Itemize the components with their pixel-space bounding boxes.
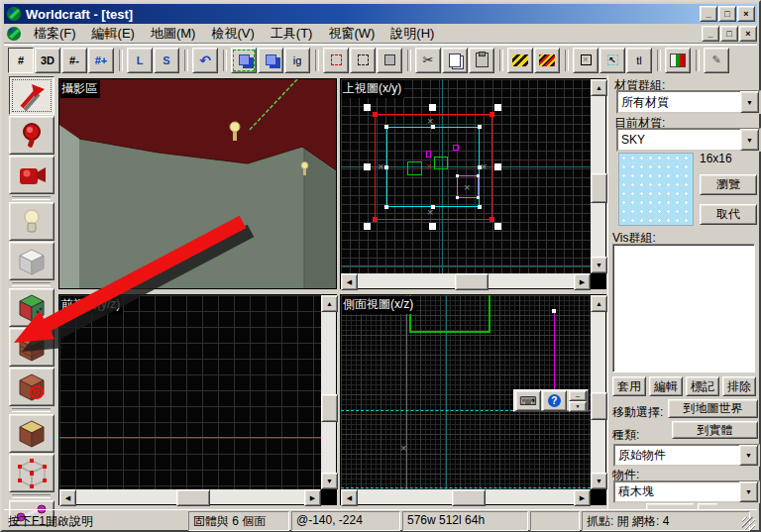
menu-window[interactable]: 視窗(W) xyxy=(320,23,382,45)
viewport-side[interactable]: × ⌨ ? – ▼ ▲ ▼ ◀ ▶ 側面視圖(x/z) xyxy=(340,294,606,505)
group-icon[interactable] xyxy=(231,48,257,73)
category-combo[interactable]: 原始物件 ▼ xyxy=(613,444,760,467)
edit-wand-icon[interactable]: ✎ xyxy=(704,48,729,73)
visgroups-listbox[interactable] xyxy=(612,244,755,372)
scroll-thumb[interactable] xyxy=(455,273,489,290)
undo-icon[interactable]: ↶ xyxy=(192,48,218,73)
current-texture-combo[interactable]: SKY ▼ xyxy=(616,128,761,152)
paste-icon[interactable] xyxy=(469,48,494,73)
cut-icon[interactable]: ✂ xyxy=(415,48,441,73)
resize-handle[interactable] xyxy=(364,163,371,170)
tool-entity-button[interactable] xyxy=(9,202,54,241)
select-handles-icon[interactable]: × xyxy=(573,48,598,73)
browse-button[interactable]: 瀏覽 xyxy=(700,174,757,195)
scroll-thumb[interactable] xyxy=(452,489,486,506)
to-entity-button[interactable]: 到實體 xyxy=(672,421,758,439)
scroll-thumb[interactable] xyxy=(321,394,338,422)
top-view-canvas[interactable]: × × × × × × xyxy=(341,79,591,273)
scroll-down-icon[interactable]: ▼ xyxy=(591,473,607,489)
smaller-grid-icon[interactable]: #- xyxy=(61,48,87,73)
menu-map[interactable]: 地圖(M) xyxy=(143,23,204,45)
chevron-down-icon[interactable]: ▼ xyxy=(739,481,758,502)
resize-handle[interactable] xyxy=(494,223,501,230)
mdi-document-icon[interactable] xyxy=(6,26,22,42)
toggle-3d-grid-icon[interactable]: 3D xyxy=(35,48,60,73)
chevron-down-icon[interactable]: ▼ xyxy=(740,129,759,151)
menu-view[interactable]: 檢視(V) xyxy=(203,23,262,45)
scroll-left-icon[interactable]: ◀ xyxy=(341,489,358,506)
resize-handle[interactable] xyxy=(429,223,436,230)
object-combo[interactable]: 積木塊 ▼ xyxy=(613,480,760,503)
flip-cube-icon[interactable] xyxy=(665,48,691,73)
minimize-button[interactable]: _ xyxy=(700,6,717,22)
mdi-close-button[interactable]: × xyxy=(739,26,757,42)
menu-help[interactable]: 說明(H) xyxy=(382,23,442,45)
menu-edit[interactable]: 編輯(E) xyxy=(84,23,143,45)
resize-grip[interactable] xyxy=(742,517,755,530)
front-view-canvas[interactable] xyxy=(59,295,321,489)
scroll-up-icon[interactable]: ▲ xyxy=(591,295,607,312)
top-view-vscrollbar[interactable]: ▲ ▼ xyxy=(591,79,605,273)
toggle-grid-icon[interactable]: # xyxy=(8,48,34,73)
resize-handle[interactable] xyxy=(494,163,501,170)
scroll-up-icon[interactable]: ▲ xyxy=(321,295,338,312)
tool-magnify-button[interactable] xyxy=(9,116,54,155)
resize-handle[interactable] xyxy=(364,223,371,230)
edit-cordon-icon[interactable] xyxy=(507,48,533,73)
viewport-camera[interactable]: 攝影區 xyxy=(58,78,337,289)
texture-group-combo[interactable]: 所有材質 ▼ xyxy=(616,90,761,114)
scroll-thumb[interactable] xyxy=(591,173,607,203)
ungroup-icon[interactable] xyxy=(258,48,283,73)
exclude-button[interactable]: 排除 xyxy=(722,376,756,396)
side-view-hscrollbar[interactable]: ◀ ▶ xyxy=(341,489,591,504)
scroll-thumb[interactable] xyxy=(176,489,210,506)
save-window-state-icon[interactable]: S xyxy=(154,48,179,73)
resize-handle[interactable] xyxy=(494,104,501,111)
viewport-top[interactable]: × × × × × × ▲ ▼ ◀ xyxy=(340,78,606,289)
top-view-hscrollbar[interactable]: ◀ ▶ xyxy=(341,273,591,288)
maximize-button[interactable]: □ xyxy=(718,6,736,22)
tool-selection-button[interactable] xyxy=(9,76,54,115)
menu-tools[interactable]: 工具(T) xyxy=(263,23,321,45)
texture-lock-icon[interactable]: tl xyxy=(626,48,652,73)
hide-unselected-icon[interactable] xyxy=(350,48,376,73)
tool-vertex-button[interactable] xyxy=(9,454,54,492)
tool-texture-application-button[interactable] xyxy=(9,288,54,327)
scroll-right-icon[interactable]: ▶ xyxy=(304,489,321,506)
larger-grid-icon[interactable]: #+ xyxy=(88,48,114,73)
tool-block-button[interactable] xyxy=(9,242,54,280)
copy-icon[interactable] xyxy=(442,48,468,73)
title-bar[interactable]: Worldcraft - [test] _ □ × xyxy=(4,4,757,24)
close-button[interactable]: × xyxy=(737,6,755,22)
entity-magenta[interactable] xyxy=(453,145,459,151)
scroll-right-icon[interactable]: ▶ xyxy=(574,273,591,290)
tool-apply-texture-button[interactable] xyxy=(9,328,54,367)
load-window-state-icon[interactable]: L xyxy=(127,48,153,73)
scroll-left-icon[interactable]: ◀ xyxy=(59,489,76,506)
brush-green[interactable] xyxy=(407,161,422,175)
scroll-down-icon[interactable]: ▼ xyxy=(321,473,338,489)
keyboard-icon[interactable]: ⌨ xyxy=(515,390,541,411)
menu-file[interactable]: 檔案(F) xyxy=(26,23,84,45)
scroll-left-icon[interactable]: ◀ xyxy=(341,273,358,290)
viewport-front[interactable]: ▲ ▼ ◀ ▶ 前視圖(y/z) xyxy=(58,294,337,505)
tool-apply-decals-button[interactable] xyxy=(9,368,54,406)
front-view-hscrollbar[interactable]: ◀ ▶ xyxy=(59,489,321,504)
show-all-icon[interactable] xyxy=(377,48,402,73)
ignore-groups-icon[interactable]: ig xyxy=(284,48,310,73)
hide-selected-icon[interactable] xyxy=(323,48,349,73)
entity-magenta[interactable] xyxy=(426,151,431,158)
entity-box-magenta[interactable]: × xyxy=(457,175,479,198)
edit-button[interactable]: 編輯 xyxy=(649,376,683,396)
toggle-cordon-icon[interactable] xyxy=(534,48,560,73)
side-view-canvas[interactable]: × ⌨ ? – ▼ xyxy=(341,295,591,489)
resize-handle[interactable] xyxy=(364,104,371,111)
help-icon[interactable]: ? xyxy=(542,390,568,411)
chevron-down-icon[interactable]: ▼ xyxy=(739,445,758,466)
tool-camera-button[interactable] xyxy=(9,156,54,194)
apply-button[interactable]: 套用 xyxy=(612,376,646,396)
chevron-down-icon[interactable]: ▼ xyxy=(740,91,759,113)
scroll-right-icon[interactable]: ▶ xyxy=(574,489,591,506)
resize-handle[interactable] xyxy=(429,104,436,111)
mark-button[interactable]: 標記 xyxy=(686,376,719,396)
